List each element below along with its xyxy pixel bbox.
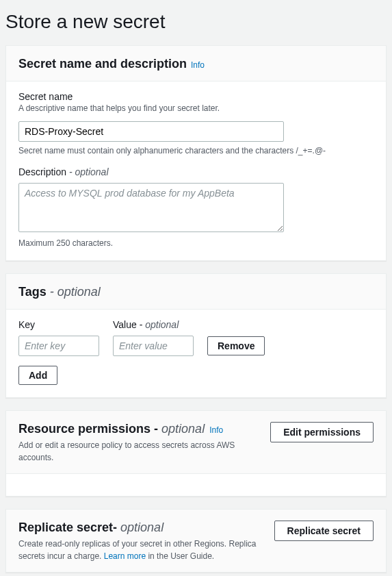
replicate-optional: optional	[120, 521, 164, 534]
edit-permissions-button[interactable]: Edit permissions	[270, 422, 374, 442]
tag-value-header: Value -	[113, 319, 145, 330]
permissions-panel: Resource permissions - optional Info Add…	[5, 410, 387, 497]
replicate-panel: Replicate secret- optional Create read-o…	[5, 509, 387, 573]
secret-name-section-title: Secret name and description	[18, 57, 187, 71]
secret-name-panel: Secret name and description Info Secret …	[5, 45, 387, 261]
replicate-title: Replicate secret-	[18, 521, 120, 534]
secret-name-hint: Secret name must contain only alphanumer…	[18, 146, 374, 155]
tag-key-header: Key	[18, 319, 99, 330]
page-title: Store a new secret	[5, 11, 387, 33]
secret-name-input[interactable]	[18, 121, 284, 142]
learn-more-link[interactable]: Learn more	[104, 551, 146, 561]
replicate-desc2: in the User Guide.	[146, 551, 214, 561]
tags-optional: - optional	[50, 285, 101, 299]
info-link-permissions[interactable]: Info	[209, 425, 223, 435]
tags-title: Tags	[18, 285, 47, 299]
tags-panel: Tags - optional Key Value - optional Rem…	[5, 273, 387, 398]
permissions-title: Resource permissions -	[18, 422, 161, 436]
tag-row: Remove	[18, 336, 374, 356]
add-tag-button[interactable]: Add	[18, 366, 57, 385]
description-optional: - optional	[69, 166, 109, 177]
info-link-name[interactable]: Info	[191, 60, 205, 70]
tag-value-optional: optional	[145, 319, 179, 330]
secret-name-label: Secret name	[18, 91, 374, 102]
permissions-optional: optional	[161, 422, 205, 436]
tag-value-input[interactable]	[113, 336, 194, 356]
permissions-desc: Add or edit a resource policy to access …	[18, 439, 262, 464]
replicate-secret-button[interactable]: Replicate secret	[274, 521, 374, 541]
description-hint: Maximum 250 characters.	[18, 238, 374, 248]
remove-tag-button[interactable]: Remove	[207, 336, 265, 355]
description-textarea[interactable]	[18, 183, 284, 232]
secret-name-desc: A descriptive name that helps you find y…	[18, 103, 374, 113]
tag-key-input[interactable]	[18, 336, 99, 356]
description-label: Description	[18, 166, 66, 177]
